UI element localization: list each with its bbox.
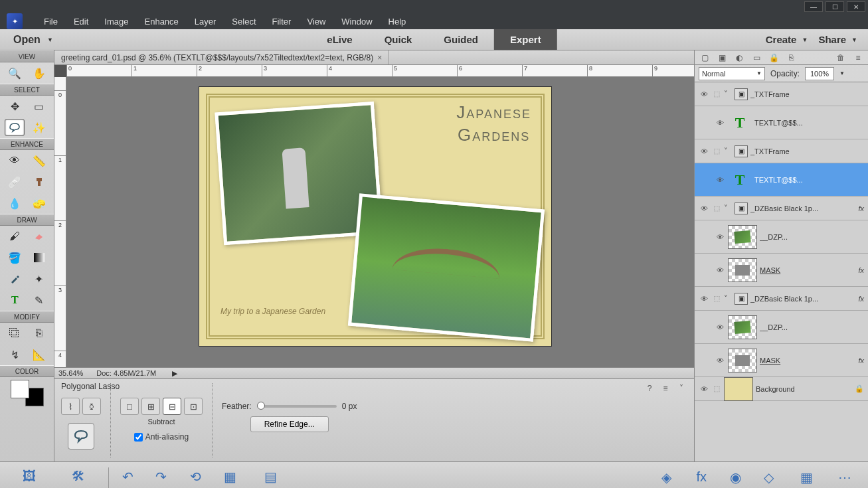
close-document-icon[interactable]: × [377,53,382,62]
taskbar-layout[interactable]: ▦Layout [213,467,248,489]
taskbar-layers[interactable]: ◈Layers [649,468,684,489]
collapse-icon[interactable]: ˅ [675,383,687,394]
foreground-color[interactable] [11,380,29,398]
shape-tool[interactable]: ✦ [29,270,49,287]
layer-row[interactable]: 👁⬚˅▣_TXTFrame [695,82,868,106]
menu-help[interactable]: Help [381,17,414,27]
content-aware-tool[interactable]: ↯ [5,346,25,363]
taskbar-more[interactable]: ⋯More [828,468,861,489]
marquee-tool[interactable]: ▭ [29,98,49,115]
straighten-tool[interactable]: 📏 [29,152,49,169]
menu-file[interactable]: File [36,17,66,27]
feather-slider[interactable] [257,405,337,408]
taskbar-tool-options[interactable]: 🛠Tool Options [52,467,106,489]
refine-edge-button[interactable]: Refine Edge... [250,416,329,432]
help-icon[interactable]: ? [644,383,655,394]
mode-tab-guided[interactable]: Guided [428,29,494,50]
clone-stamp-tool[interactable] [29,173,49,191]
layer-row[interactable]: 👁MASKfx [695,254,868,287]
twisty-icon[interactable]: ˅ [724,147,732,155]
taskbar-rotate[interactable]: ⟲Rotate [178,467,213,489]
mask-icon[interactable]: ▭ [750,52,762,63]
lock-slot[interactable]: ⬚ [712,294,721,303]
crop-tool[interactable]: ⿻ [5,325,25,342]
layer-row[interactable]: 👁__DZP... [695,311,868,344]
text-tool[interactable]: T [5,291,25,309]
layer-name[interactable]: _DZBasic Black 1p... [750,204,855,212]
lock-slot[interactable]: ⬚ [712,204,721,212]
blur-tool[interactable]: 💧 [5,195,25,212]
minimize-button[interactable]: — [804,1,823,12]
menu-image[interactable]: Image [96,17,136,27]
menu-view[interactable]: View [299,17,333,27]
mode-tab-elive[interactable]: eLive [311,29,368,50]
layer-row[interactable]: 👁⬚˅▣_DZBasic Black 1p...fx [695,197,868,220]
brush-tool[interactable]: 🖌 [5,228,25,245]
taskbar-graphics[interactable]: ▦Graphics [786,468,828,489]
document-tab[interactable]: greeting card_01.psd @ 35.6% (TEXTLT@$$$… [54,50,389,64]
menu-edit[interactable]: Edit [66,17,96,27]
menu-icon[interactable]: ≡ [659,383,671,394]
sponge-tool[interactable]: 🧽 [29,195,49,212]
move-tool[interactable]: ✥ [5,98,25,115]
trash-icon[interactable]: 🗑 [835,52,847,63]
layer-row[interactable]: 👁MASKfx [695,344,868,377]
twisty-icon[interactable]: ˅ [724,90,732,98]
layer-name[interactable]: _DZBasic Black 1p... [750,295,855,303]
visibility-icon[interactable]: 👁 [715,176,725,184]
redeye-tool[interactable]: 👁 [5,152,25,169]
zoom-tool[interactable]: 🔍 [5,64,25,82]
layer-name[interactable]: TEXTLT@$$... [754,176,864,184]
taskbar-undo[interactable]: ↶Undo [112,467,145,489]
mode-tab-expert[interactable]: Expert [494,29,557,50]
lock-icon[interactable]: 🔒 [768,52,780,63]
pencil-tool[interactable]: ✎ [29,291,49,309]
taskbar-photo-bin[interactable]: 🖼Photo Bin [7,467,52,489]
zoom-level[interactable]: 35.64% [58,369,83,377]
visibility-icon[interactable]: 👁 [699,385,709,393]
twisty-icon[interactable]: ˅ [724,294,732,303]
eraser-tool[interactable] [29,228,49,245]
blend-mode-select[interactable]: Normal▼ [699,67,765,80]
new-layer-icon[interactable]: ▢ [699,52,711,63]
color-swatch[interactable] [11,380,44,406]
layer-row[interactable]: 👁⬚Background🔒 [695,377,868,401]
new-group-icon[interactable]: ▣ [716,52,728,63]
maximize-button[interactable]: ☐ [825,1,844,12]
taskbar-filters[interactable]: ◉Filters [719,468,752,489]
layer-name[interactable]: TEXTLT@$$... [754,119,864,127]
menu-enhance[interactable]: Enhance [137,17,187,27]
selection-intersect-icon[interactable]: ⊡ [184,398,203,415]
layer-name[interactable]: _TXTFrame [750,147,864,155]
visibility-icon[interactable]: 👁 [699,295,709,303]
close-button[interactable]: ✕ [847,1,865,12]
visibility-icon[interactable]: 👁 [715,233,725,241]
menu-window[interactable]: Window [333,17,380,27]
lock-slot[interactable]: ⬚ [712,384,721,393]
eyedropper-tool[interactable] [5,270,25,287]
paint-bucket-tool[interactable]: 🪣 [5,249,25,266]
layer-row[interactable]: 👁⬚˅▣_TXTFrame [695,139,868,163]
layer-row[interactable]: 👁TTEXTLT@$$... [695,163,868,197]
opacity-input[interactable]: 100% [805,67,834,80]
layer-name[interactable]: _TXTFrame [750,90,864,98]
twisty-icon[interactable]: ˅ [724,204,732,212]
taskbar-effects[interactable]: fxEffects [684,468,719,489]
selection-subtract-icon[interactable]: ⊟ [163,398,181,415]
taskbar-organizer[interactable]: ▤Organizer [248,467,293,489]
lasso-tool[interactable] [5,119,25,136]
mode-tab-quick[interactable]: Quick [369,29,428,50]
lasso-magnetic-icon[interactable]: ⧲ [82,398,101,415]
lock-slot[interactable]: ⬚ [712,90,721,98]
visibility-icon[interactable]: 👁 [715,323,725,331]
create-button[interactable]: Create▼ [766,34,808,45]
open-button[interactable]: Open▼ [0,34,66,46]
share-button[interactable]: Share▼ [818,34,857,45]
status-arrow[interactable]: ▶ [172,369,177,378]
adjustment-icon[interactable]: ◐ [733,52,745,63]
layer-row[interactable]: 👁__DZP... [695,220,868,254]
visibility-icon[interactable]: 👁 [699,90,709,98]
link-icon[interactable]: ⎘ [785,52,797,63]
layer-name[interactable]: __DZP... [760,323,864,331]
selection-new-icon[interactable]: □ [120,398,139,415]
